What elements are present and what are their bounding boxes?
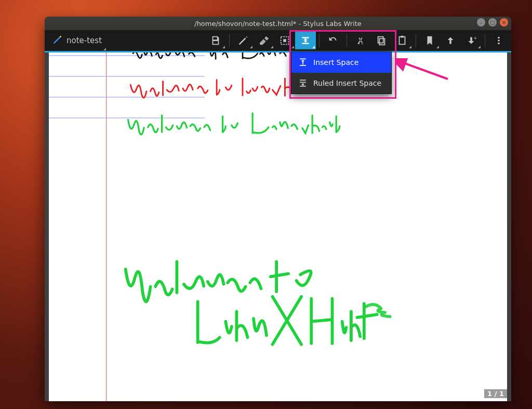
svg-rect-3	[379, 38, 384, 45]
app-window: /home/shovon/note-test.html* - Stylus La…	[45, 17, 511, 401]
toolbar: note-test	[45, 30, 511, 52]
separator	[319, 34, 320, 47]
selection-icon	[279, 35, 290, 46]
eraser-icon	[258, 35, 270, 46]
maximize-button[interactable]: ▢	[488, 18, 497, 27]
next-page-button[interactable]: +	[461, 32, 482, 49]
document-tab[interactable]: note-test	[47, 30, 107, 51]
cut-icon	[355, 35, 366, 46]
canvas-area[interactable]: 1 / 1	[45, 52, 511, 401]
desktop-background: /home/shovon/note-test.html* - Stylus La…	[0, 0, 532, 409]
close-button[interactable]: ×	[500, 18, 508, 27]
svg-rect-2	[302, 43, 309, 44]
titlebar[interactable]: /home/shovon/note-test.html* - Stylus La…	[45, 17, 511, 30]
paper[interactable]	[49, 52, 507, 401]
undo-icon	[327, 35, 339, 46]
window-controls: – ▢ ×	[477, 18, 508, 27]
selection-button[interactable]	[274, 32, 295, 49]
bookmark-icon	[424, 35, 435, 46]
svg-rect-4	[378, 37, 383, 43]
pen-tool-button[interactable]	[233, 32, 254, 49]
menu-item-ruled-insert-space[interactable]: Ruled Insert Space	[291, 73, 391, 94]
eraser-button[interactable]	[254, 32, 274, 49]
minimize-button[interactable]: –	[477, 18, 485, 27]
svg-rect-1	[283, 39, 286, 42]
arrow-down-plus-icon: +	[466, 35, 477, 46]
copy-icon	[376, 35, 387, 46]
page-indicator: 1 / 1	[484, 389, 507, 398]
menu-item-label: Insert Space	[313, 58, 358, 67]
document-tab-label: note-test	[66, 36, 102, 45]
separator	[229, 34, 230, 47]
insert-space-icon	[298, 57, 308, 68]
insert-space-button[interactable]	[295, 32, 316, 49]
bookmark-button[interactable]	[419, 32, 440, 49]
svg-rect-5	[400, 37, 405, 45]
svg-text:+: +	[474, 35, 477, 41]
save-icon	[210, 35, 221, 46]
svg-point-10	[498, 43, 500, 45]
pen-icon	[52, 34, 63, 47]
paste-button[interactable]	[392, 32, 413, 49]
undo-button[interactable]	[323, 32, 343, 49]
pencil-icon	[237, 35, 249, 46]
overflow-menu-button[interactable]	[488, 32, 509, 49]
separator	[347, 34, 347, 47]
arrow-up-icon	[445, 35, 456, 46]
svg-point-8	[498, 37, 500, 39]
save-button[interactable]	[205, 32, 226, 49]
separator	[416, 34, 416, 47]
separator	[485, 34, 485, 47]
menu-item-label: Ruled Insert Space	[313, 79, 381, 87]
clipboard-icon	[396, 35, 408, 46]
insert-space-dropdown: Insert Space Ruled Insert Space	[291, 51, 392, 94]
window-title: /home/shovon/note-test.html* - Stylus La…	[194, 20, 361, 28]
menu-item-insert-space[interactable]: Insert Space	[291, 52, 391, 73]
prev-page-button[interactable]	[440, 32, 461, 49]
ruled-insert-space-icon	[298, 78, 308, 88]
insert-space-icon	[300, 35, 311, 46]
svg-point-9	[498, 39, 500, 42]
cut-button[interactable]	[350, 32, 371, 49]
handwriting-ink	[49, 52, 507, 401]
svg-rect-6	[401, 36, 404, 38]
kebab-icon	[493, 35, 504, 46]
copy-button[interactable]	[371, 32, 392, 49]
